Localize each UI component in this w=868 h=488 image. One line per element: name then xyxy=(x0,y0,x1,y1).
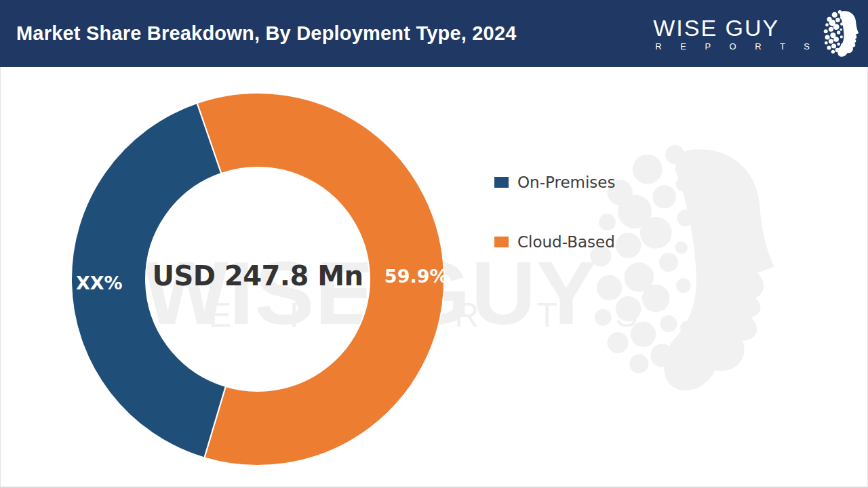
logo-head-icon xyxy=(821,9,864,59)
brand-logo: WISE GUY R E P O R T S xyxy=(653,9,868,59)
slice-label-on-premises: XX% xyxy=(76,272,123,293)
logo-subtext: R E P O R T S xyxy=(655,42,818,51)
legend-swatch-cloud-based xyxy=(494,237,509,247)
legend-label-cloud-based: Cloud-Based xyxy=(517,235,615,250)
brand-logo-text: WISE GUY R E P O R T S xyxy=(653,16,818,51)
legend-item-cloud-based: Cloud-Based xyxy=(494,232,615,251)
legend-label-on-premises: On-Premises xyxy=(517,175,615,190)
legend-item-on-premises: On-Premises xyxy=(494,173,615,192)
header-bar: Market Share Breakdown, By Deployment Ty… xyxy=(0,0,868,67)
report-page: WISE GUY R E P O R T S Market Share Brea… xyxy=(0,0,868,488)
slice-label-cloud-based: 59.9% xyxy=(384,266,448,287)
page-title: Market Share Breakdown, By Deployment Ty… xyxy=(0,22,517,45)
chart-center-value: USD 247.8 Mn xyxy=(152,260,363,291)
chart-legend: On-Premises Cloud-Based xyxy=(494,173,615,251)
donut-chart: USD 247.8 Mn 59.9%XX% xyxy=(70,92,446,467)
watermark-head-icon xyxy=(582,117,793,423)
legend-swatch-on-premises xyxy=(494,177,509,188)
logo-wordmark: WISE GUY xyxy=(653,16,779,39)
